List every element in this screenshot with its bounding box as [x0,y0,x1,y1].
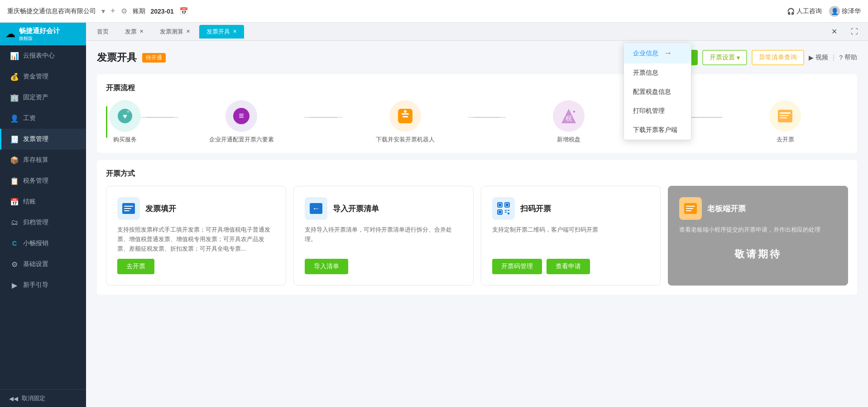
user-avatar-icon: 👤 [829,6,840,17]
flow-connector-2 [304,117,342,118]
method-import-title: 导入开票清单 [333,204,379,214]
settings-icon[interactable]: ⚙ [121,7,127,15]
go-invoice-button[interactable]: 去开票 [117,259,154,274]
method-fill-desc: 支持按照发票样式手工填开发票；可开具增值税电子普通发票、增值税普通发票、增值税专… [117,225,275,253]
flow-step-4-label: 新增税盘 [557,136,580,144]
sidebar-item-jiezhang[interactable]: 📅 结账 [0,191,86,212]
svg-text:≡: ≡ [239,111,245,121]
method-import-icon: ← [305,197,327,220]
sidebar-item-gudingzichan[interactable]: 🏢 固定资产 [0,87,86,108]
svg-rect-7 [403,116,408,117]
shuiwu-icon: 📋 [10,177,19,185]
yunbao-icon: 📊 [10,52,19,60]
sidebar-item-gongzi[interactable]: 👤 工资 [0,108,86,129]
svg-rect-17 [124,206,133,207]
svg-rect-13 [780,112,791,114]
calendar-icon[interactable]: 📅 [179,7,188,15]
tab-fapiao-cesuan[interactable]: 发票测算 ✕ [153,25,197,39]
xiaochang-icon: C [10,239,19,247]
dropdown-menu: 企业信息 → 开票信息 配置税盘信息 打印机管理 下载开票客户端 [623,43,691,140]
user-info[interactable]: 👤 徐泽华 [829,6,861,17]
dropdown-item-invoice-info[interactable]: 开票信息 [624,63,691,82]
svg-rect-14 [780,115,789,116]
svg-rect-29 [508,210,509,211]
tab-fapiao-cesuan-close[interactable]: ✕ [186,29,190,34]
sidebar-item-yunbao[interactable]: 📊 云报表中心 [0,45,86,66]
flow-step-5-icon [769,100,801,132]
view-apply-button[interactable]: 查看申请 [547,259,590,274]
abnormal-list-button[interactable]: 异常清单查询 [752,50,804,65]
play-icon: ▶ [809,54,814,61]
settings-button[interactable]: 开票设置 ▾ [702,50,747,65]
support-button[interactable]: 🎧 人工咨询 [787,7,822,15]
add-company-btn[interactable]: + [110,6,115,16]
flow-step-4-icon: 税+ [553,100,585,132]
cancel-fixed-button[interactable]: ◀◀ 取消固定 [0,389,86,407]
red-arrow-icon: → [664,48,672,58]
jiezhang-icon: 📅 [10,198,19,206]
sidebar-item-shuiwu[interactable]: 📋 税务管理 [0,170,86,191]
flow-step-2-label: 企业开通配置开票六要素 [209,136,274,144]
flow-step-2-icon: ≡ [225,100,257,132]
tab-fapiao-close[interactable]: ✕ [139,29,144,34]
svg-rect-33 [686,206,695,207]
method-boss-title: 老板端开票 [707,204,746,214]
dropdown-item-company-info[interactable]: 企业信息 → [624,43,691,63]
pin-icon: ◀◀ [9,395,18,402]
sidebar-item-zijin[interactable]: 💰 资金管理 [0,66,86,87]
svg-rect-25 [499,204,501,206]
close-window-button[interactable]: ✕ [825,23,844,40]
svg-rect-15 [780,117,787,118]
flow-step-5-label: 去开票 [777,136,794,144]
sidebar-logo: ☁ 畅捷通好会计 旗舰版 [0,23,86,45]
qr-manage-button[interactable]: 开票码管理 [492,259,542,274]
chevron-down-icon: ▾ [737,54,740,61]
svg-rect-26 [506,204,508,206]
sidebar-item-xiaochang[interactable]: C 小畅报销 [0,233,86,254]
xinshou-icon: ▶ [10,281,19,289]
sidebar-item-guidang[interactable]: 🗂 归档管理 [0,212,86,233]
tab-fapiao-kaiju-close[interactable]: ✕ [233,29,237,34]
company-dropdown-icon[interactable]: ▾ [101,7,105,15]
flow-section-title: 开票流程 [106,83,848,93]
method-card-fill: 发票填开 支持按照发票样式手工填开发票；可开具增值税电子普通发票、增值税普通发票… [106,186,286,286]
tab-fapiao-kaiju[interactable]: 发票开具 ✕ [199,25,244,39]
dropdown-item-download-client[interactable]: 下载开票客户端 [624,121,691,140]
svg-text:←: ← [312,204,320,213]
dropdown-item-printer[interactable]: 打印机管理 [624,102,691,121]
svg-rect-30 [505,212,507,213]
method-fill-header: 发票填开 [117,197,275,220]
flow-step-1-icon: ♥+ [109,100,141,132]
method-fill-icon [117,197,140,220]
import-list-button[interactable]: 导入清单 [305,259,348,274]
status-badge: 待开通 [142,53,166,63]
billing-section: 开票方式 发票填开 支持按照发票样式手工填开发票；可开具增值税电子普通发票、增值… [97,160,857,295]
page-content: 发票开具 待开通 立即开通 开票设置 ▾ 异常清单查询 ▶ 视频 | [86,41,868,407]
flow-step-3-icon [389,100,421,132]
tab-home[interactable]: 首页 [90,25,116,39]
flow-step-3: 下载并安装开票机器人 [342,100,468,144]
page-header: 发票开具 待开通 立即开通 开票设置 ▾ 异常清单查询 ▶ 视频 | [97,50,857,65]
video-button[interactable]: ▶ 视频 [809,53,828,62]
flow-step-4: 税+ 新增税盘 [506,100,632,144]
dropdown-item-tax-disk[interactable]: 配置税盘信息 [624,82,691,102]
headphone-icon: 🎧 [787,8,795,15]
sidebar-item-fapiao[interactable]: 🧾 发票管理 [0,129,86,150]
method-scan-desc: 支持定制开票二维码，客户端可扫码开票 [492,225,650,235]
tab-fapiao[interactable]: 发票 ✕ [118,25,151,39]
flow-step-2: ≡ 企业开通配置开票六要素 [178,100,304,144]
method-boss-icon [679,197,702,220]
method-scan-icon [492,197,515,220]
sidebar-item-kucun[interactable]: 📦 库存核算 [0,150,86,170]
svg-rect-28 [505,210,507,211]
logo-text: 畅捷通好会计 [19,27,60,35]
help-button[interactable]: ? 帮助 [839,53,857,62]
method-import-desc: 支持导入待开票清单，可对待开票清单进行拆分、合并处理。 [305,225,462,244]
sidebar-item-jichushezhi[interactable]: ⚙ 基础设置 [0,254,86,275]
company-name: 重庆畅捷交通信息咨询有限公司 [7,7,96,15]
flow-section: 开票流程 ♥+ 购买服务 [97,74,857,153]
maximize-window-button[interactable]: ⛶ [844,23,864,40]
flow-connector-3 [468,117,506,118]
svg-rect-19 [124,210,129,211]
sidebar-item-xinshou[interactable]: ▶ 新手引导 [0,275,86,296]
